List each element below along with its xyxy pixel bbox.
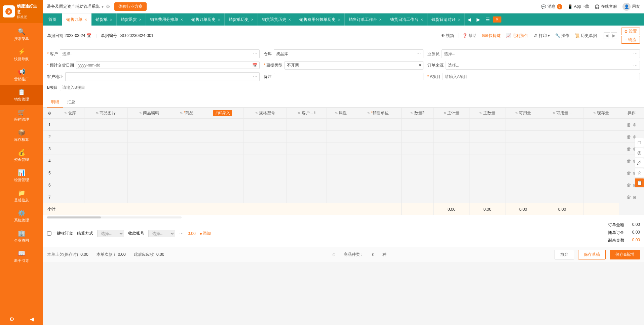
cell-sales-unit-6[interactable]: [355, 179, 401, 191]
sidebar-item-search[interactable]: 🔍 搜索菜单: [0, 25, 43, 45]
cell-available-2[interactable]: [505, 131, 541, 143]
salesperson-dots[interactable]: ···: [633, 51, 638, 57]
cell-sales-unit-3[interactable]: [355, 143, 401, 155]
col-image[interactable]: ⇅ 商品图片: [84, 108, 127, 119]
cell-warehouse-6[interactable]: [56, 179, 84, 191]
cell-available-7[interactable]: [505, 191, 541, 203]
col-stock[interactable]: ⇅ 现存量: [583, 108, 619, 119]
save-draft-button[interactable]: 保存草稿: [578, 250, 606, 259]
cell-image-4[interactable]: [84, 155, 127, 167]
col-main-unit[interactable]: ⇅ 主计量: [433, 108, 469, 119]
cell-sku-code-6[interactable]: [127, 179, 171, 191]
tab-refund-history[interactable]: 销货退货历史 ✕: [258, 13, 295, 26]
cell-qty2-7[interactable]: [401, 191, 433, 203]
delete-icon-4[interactable]: 🗑: [627, 158, 631, 164]
tab-close-icon[interactable]: ✕: [420, 18, 423, 22]
expected-date-wrap[interactable]: 📅: [76, 62, 260, 69]
cell-sales-unit-4[interactable]: [355, 155, 401, 167]
cell-available2-1[interactable]: [541, 119, 583, 131]
tab-cashflow-daily[interactable]: 钱货日清工作台 ✕: [386, 13, 427, 26]
cell-product-6[interactable]: [171, 179, 202, 191]
prev-record-btn[interactable]: ◀: [604, 32, 610, 39]
customer-address-input[interactable]: [68, 74, 253, 79]
cell-sales-unit-7[interactable]: [355, 191, 401, 203]
operation-btn[interactable]: 🔧 操作: [554, 32, 571, 39]
right-tool-4[interactable]: ☆: [635, 168, 644, 177]
tab-close-all-btn[interactable]: ✕: [493, 16, 501, 23]
cell-available2-4[interactable]: [541, 155, 583, 167]
history-btn[interactable]: 📜 历史单据: [573, 32, 598, 39]
cell-main-unit-5[interactable]: [433, 167, 469, 179]
delete-icon-2[interactable]: 🗑: [627, 134, 631, 139]
tab-close-icon[interactable]: ✕: [379, 18, 382, 22]
online-service-item[interactable]: 🎧 在线客服: [595, 4, 617, 9]
cell-sku-code-5[interactable]: [127, 167, 171, 179]
note-wrap[interactable]: [274, 73, 423, 80]
cell-sales-unit-5[interactable]: [355, 167, 401, 179]
tab-order-workbench[interactable]: 销售订单工作台 ✕: [345, 13, 386, 26]
cell-customer-code-3[interactable]: [287, 143, 327, 155]
cell-qty2-6[interactable]: [401, 179, 433, 191]
tab-close-icon[interactable]: ✕: [218, 18, 220, 22]
next-record-btn[interactable]: ▶: [611, 32, 617, 39]
col-spec[interactable]: ⇅ 规格型号: [243, 108, 287, 119]
cell-scan-7[interactable]: [202, 191, 243, 203]
add-button[interactable]: ● 添加: [200, 231, 211, 236]
cell-sku-code-2[interactable]: [127, 131, 171, 143]
help-btn[interactable]: ❓ 帮助: [461, 32, 478, 39]
cell-sales-unit-1[interactable]: [355, 119, 401, 131]
invoice-type-dropdown-icon[interactable]: ▾: [419, 63, 421, 68]
scrollbar-thumb[interactable]: [47, 216, 101, 218]
sidebar-item-purchase[interactable]: 🛒 采购管理: [0, 105, 43, 125]
scrollbar-area[interactable]: [43, 215, 644, 220]
cell-image-7[interactable]: [84, 191, 127, 203]
customer-dots[interactable]: ···: [253, 51, 257, 57]
expected-date-input[interactable]: [78, 63, 252, 68]
right-tool-2[interactable]: ◎: [635, 148, 644, 157]
order-source-dots[interactable]: ···: [633, 62, 638, 68]
col-available[interactable]: ⇅ 可用量: [505, 108, 541, 119]
cell-main-unit-2[interactable]: [433, 131, 469, 143]
tab-home[interactable]: 首页: [43, 13, 62, 26]
cell-spec-2[interactable]: [243, 131, 287, 143]
cell-qty2-1[interactable]: [401, 119, 433, 131]
col-scan[interactable]: 扫码录入: [202, 108, 243, 119]
date-picker-icon[interactable]: 📅: [252, 63, 257, 68]
copy-icon-7[interactable]: ⊕: [633, 195, 637, 200]
delete-icon-6[interactable]: 🗑: [627, 182, 631, 188]
cell-warehouse-7[interactable]: [56, 191, 84, 203]
cell-spec-6[interactable]: [243, 179, 287, 191]
sidebar-item-enterprise[interactable]: 🏢 企业协同: [0, 226, 43, 246]
sidebar-item-system[interactable]: ⚙️ 系统管理: [0, 206, 43, 226]
b-project-input[interactable]: [62, 85, 259, 90]
cell-available2-2[interactable]: [541, 131, 583, 143]
solution-button[interactable]: 体验行业方案: [114, 2, 147, 11]
app-download-item[interactable]: 📱 App下载: [568, 4, 589, 9]
cell-main-unit-4[interactable]: [433, 155, 469, 167]
cell-stock-7[interactable]: [583, 191, 619, 203]
col-settings[interactable]: ⚙: [43, 108, 56, 119]
print-btn[interactable]: 🖨 打印 ▾: [532, 32, 551, 39]
cell-available-6[interactable]: [505, 179, 541, 191]
cell-image-2[interactable]: [84, 131, 127, 143]
tab-prev-btn[interactable]: ◀: [465, 17, 474, 22]
shortcut-btn[interactable]: ⌨ 快捷键: [481, 32, 502, 39]
cell-scan-3[interactable]: [202, 143, 243, 155]
cell-sku-code-4[interactable]: [127, 155, 171, 167]
settle-method-select[interactable]: 选择...: [97, 230, 124, 237]
cell-customer-code-6[interactable]: [287, 179, 327, 191]
cell-main-unit-3[interactable]: [433, 143, 469, 155]
cell-customer-code-7[interactable]: [287, 191, 327, 203]
cell-main-qty-5[interactable]: [469, 167, 505, 179]
cell-warehouse-5[interactable]: [56, 167, 84, 179]
tab-cashflow-reconcile[interactable]: 钱货日清对账 ✕: [427, 13, 465, 26]
cell-available2-7[interactable]: [541, 191, 583, 203]
cell-attr-5[interactable]: [327, 167, 355, 179]
cell-customer-code-1[interactable]: [287, 119, 327, 131]
cell-main-qty-1[interactable]: [469, 119, 505, 131]
cell-stock-1[interactable]: [583, 119, 619, 131]
tab-close-icon[interactable]: ✕: [251, 18, 254, 22]
b-project-wrap[interactable]: [60, 84, 261, 91]
col-available2[interactable]: ⇅ 可用量...: [541, 108, 583, 119]
tab-sales-return[interactable]: 销货单 ✕: [91, 13, 117, 26]
